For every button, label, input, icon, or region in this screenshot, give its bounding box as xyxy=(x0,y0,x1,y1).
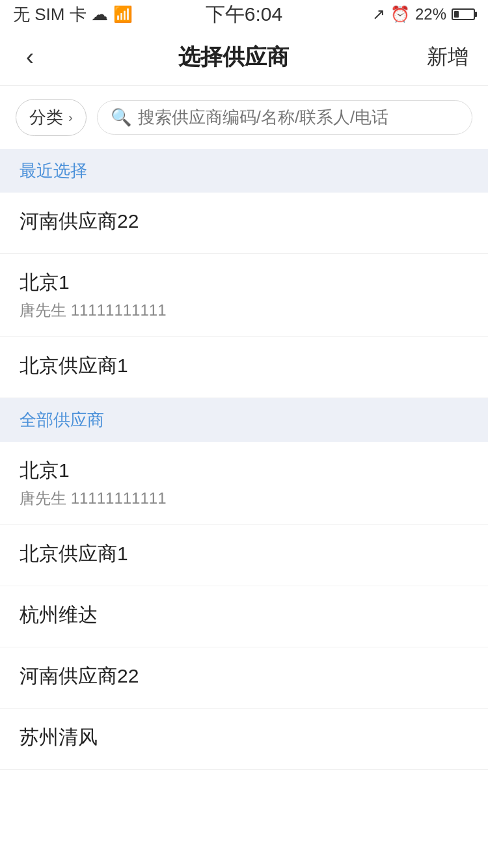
recent-list: 河南供应商22北京1唐先生 11111111111北京供应商1 xyxy=(0,193,488,398)
nav-bar: ‹ 选择供应商 新增 xyxy=(0,29,488,86)
recent-section-header: 最近选择 xyxy=(0,149,488,193)
item-name: 北京供应商1 xyxy=(20,353,468,379)
no-sim-text: 无 SIM 卡 ☁ xyxy=(13,3,108,26)
item-name: 北京1 xyxy=(20,457,468,484)
battery-icon xyxy=(452,8,475,20)
recent-list-item[interactable]: 北京供应商1 xyxy=(0,337,488,398)
status-time: 下午6:04 xyxy=(206,1,282,28)
all-list-item[interactable]: 苏州清风 xyxy=(0,709,488,770)
add-button[interactable]: 新增 xyxy=(427,43,468,72)
search-input[interactable] xyxy=(138,107,459,128)
alarm-icon: ⏰ xyxy=(390,5,410,23)
battery-percent: 22% xyxy=(415,5,446,23)
status-left: 无 SIM 卡 ☁ 📶 xyxy=(13,3,133,26)
item-sub: 唐先生 11111111111 xyxy=(20,300,468,321)
all-list: 北京1唐先生 11111111111北京供应商1杭州维达河南供应商22苏州清风 xyxy=(0,442,488,770)
category-label: 分类 xyxy=(29,106,63,129)
page-title: 选择供应商 xyxy=(178,42,289,72)
search-icon: 🔍 xyxy=(111,107,131,128)
filter-bar: 分类 › 🔍 xyxy=(0,86,488,149)
item-name: 河南供应商22 xyxy=(20,663,468,690)
item-name: 北京1 xyxy=(20,269,468,296)
category-filter[interactable]: 分类 › xyxy=(16,99,87,136)
item-name: 杭州维达 xyxy=(20,602,468,629)
search-box[interactable]: 🔍 xyxy=(97,100,472,135)
battery-icon-container xyxy=(452,8,475,20)
status-right: ↗ ⏰ 22% xyxy=(372,5,475,23)
all-list-item[interactable]: 杭州维达 xyxy=(0,586,488,647)
status-bar: 无 SIM 卡 ☁ 📶 下午6:04 ↗ ⏰ 22% xyxy=(0,0,488,29)
all-list-item[interactable]: 河南供应商22 xyxy=(0,647,488,709)
wifi-icon: 📶 xyxy=(113,5,133,23)
recent-list-item[interactable]: 河南供应商22 xyxy=(0,193,488,254)
chevron-icon: › xyxy=(68,110,73,125)
item-name: 北京供应商1 xyxy=(20,541,468,567)
recent-list-item[interactable]: 北京1唐先生 11111111111 xyxy=(0,254,488,337)
item-sub: 唐先生 11111111111 xyxy=(20,488,468,509)
all-list-item[interactable]: 北京1唐先生 11111111111 xyxy=(0,442,488,525)
all-list-item[interactable]: 北京供应商1 xyxy=(0,525,488,586)
back-button[interactable]: ‹ xyxy=(20,37,40,77)
location-icon: ↗ xyxy=(372,5,385,23)
item-name: 河南供应商22 xyxy=(20,208,468,235)
all-section-header: 全部供应商 xyxy=(0,398,488,442)
item-name: 苏州清风 xyxy=(20,724,468,751)
